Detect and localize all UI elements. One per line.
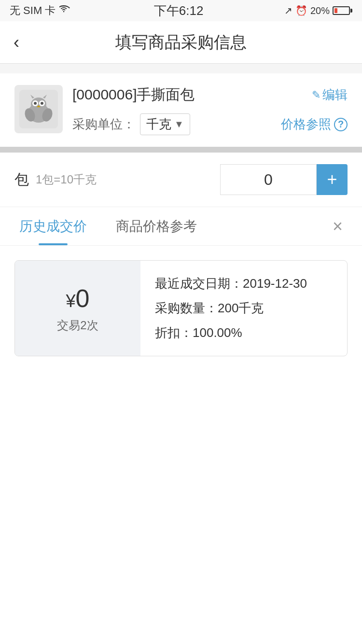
battery-percent: 20%	[310, 5, 330, 16]
tab-header: 历史成交价 商品价格参考 ×	[0, 207, 362, 246]
price-reference-button[interactable]: 价格参照 ?	[281, 116, 348, 133]
discount-info: 折扣：100.00%	[155, 324, 333, 341]
price-amount: 0	[76, 284, 90, 312]
quantity-plus-button[interactable]: +	[317, 164, 348, 195]
quantity-detail-value: 200千克	[218, 301, 264, 315]
discount-value: 100.00%	[193, 325, 242, 340]
edit-label: 编辑	[322, 86, 348, 103]
tab-close-button[interactable]: ×	[333, 218, 343, 235]
quantity-sub-label: 1包=10千克	[36, 172, 97, 187]
status-time: 下午6:12	[154, 2, 204, 19]
wifi-icon	[59, 5, 73, 16]
history-card: ¥0 交易2次 最近成交日期：2019-12-30 采购数量：200千克 折扣：…	[14, 260, 348, 356]
edit-icon: ✎	[312, 89, 320, 101]
main-content-area	[0, 371, 362, 644]
quantity-controls: 0 +	[220, 164, 348, 195]
date-label: 最近成交日期：	[155, 276, 243, 291]
quantity-row: 包 1包=10千克 0 +	[0, 153, 362, 207]
nav-bar: ‹ 填写商品采购信息	[0, 21, 362, 64]
trade-count: 交易2次	[57, 318, 98, 333]
tab-product-price-label: 商品价格参考	[116, 217, 197, 236]
tab-product-price-ref[interactable]: 商品价格参考	[116, 207, 197, 245]
unit-label: 采购单位：	[72, 116, 135, 133]
alarm-icon: ⏰	[295, 5, 307, 16]
location-icon: ↗	[284, 5, 292, 16]
price-ref-label: 价格参照	[281, 116, 331, 133]
purchase-quantity: 采购数量：200千克	[155, 300, 333, 317]
plus-icon: +	[327, 169, 337, 190]
tab-history-label: 历史成交价	[19, 217, 87, 236]
currency-symbol: ¥	[66, 291, 76, 311]
svg-point-6	[41, 102, 43, 105]
close-icon: ×	[333, 216, 343, 236]
history-price-value: ¥0	[66, 284, 90, 313]
product-unit-row: 采购单位： 千克 ▼ 价格参照 ?	[72, 113, 348, 135]
unit-value: 千克	[146, 116, 171, 133]
tab-active-indicator	[39, 243, 68, 245]
discount-label: 折扣：	[155, 325, 193, 340]
product-name: [0000006]手撕面包	[72, 85, 195, 105]
quantity-input[interactable]: 0	[220, 164, 317, 195]
quantity-unit: 包	[14, 170, 29, 190]
tab-panel: 历史成交价 商品价格参考 × ¥0 交易2次 最近成交日期：2019-12-30	[0, 207, 362, 371]
recent-transaction-date: 最近成交日期：2019-12-30	[155, 275, 333, 292]
quantity-label-group: 包 1包=10千克	[14, 170, 97, 190]
tab-items: 历史成交价 商品价格参考	[19, 207, 197, 245]
product-card: [0000006]手撕面包 ✎ 编辑 采购单位： 千克 ▼ 价格参照 ?	[0, 73, 362, 147]
quantity-label: 采购数量：	[155, 301, 218, 315]
history-price-panel: ¥0 交易2次	[15, 261, 140, 356]
unit-select[interactable]: 千克 ▼	[140, 113, 190, 135]
status-bar: 无 SIM 卡 下午6:12 ↗ ⏰ 20%	[0, 0, 362, 21]
product-image	[14, 85, 63, 133]
product-logo-icon	[19, 90, 58, 128]
price-ref-help-icon: ?	[334, 118, 348, 131]
date-value: 2019-12-30	[243, 276, 307, 291]
quantity-value: 0	[264, 171, 273, 189]
back-button[interactable]: ‹	[14, 34, 19, 51]
status-right: ↗ ⏰ 20%	[284, 5, 352, 16]
page-title: 填写商品采购信息	[115, 31, 247, 54]
sim-status: 无 SIM 卡	[10, 3, 56, 18]
svg-point-5	[34, 102, 37, 105]
history-detail-panel: 最近成交日期：2019-12-30 采购数量：200千克 折扣：100.00%	[140, 261, 347, 356]
edit-button[interactable]: ✎ 编辑	[312, 86, 348, 103]
product-top-row: [0000006]手撕面包 ✎ 编辑	[72, 85, 348, 105]
tab-history-price[interactable]: 历史成交价	[19, 207, 87, 245]
section-divider	[0, 147, 362, 153]
history-content: ¥0 交易2次 最近成交日期：2019-12-30 采购数量：200千克 折扣：…	[0, 246, 362, 371]
product-info: [0000006]手撕面包 ✎ 编辑 采购单位： 千克 ▼ 价格参照 ?	[72, 85, 348, 135]
unit-dropdown-arrow: ▼	[174, 119, 184, 130]
status-left: 无 SIM 卡	[10, 3, 73, 18]
battery-icon	[333, 6, 352, 15]
